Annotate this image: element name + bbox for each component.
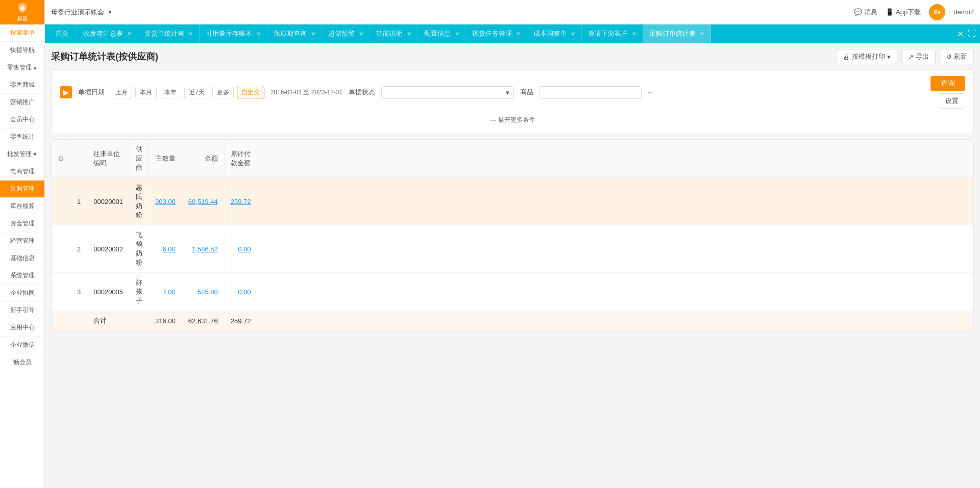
topbar: 母婴行业演示账套 ▾ 💬 消息 📱 App下载 Ea demo2 xyxy=(45,0,980,24)
sidebar-item-finance[interactable]: 资金管理 xyxy=(0,215,44,233)
col-settings[interactable]: ⚙ xyxy=(52,140,71,178)
sidebar-item-wholesale-mgmt[interactable]: 批发管理 ▼ xyxy=(0,146,44,163)
date-quick-last-month[interactable]: 上月 xyxy=(111,87,132,98)
tab-close-expiry-query[interactable]: ✕ xyxy=(311,31,315,37)
row2-quantity[interactable]: 6.00 xyxy=(149,225,182,273)
row2-supplier: 飞鹤奶粉 xyxy=(130,225,149,273)
sidebar-item-ecommerce[interactable]: 电商管理 xyxy=(0,163,44,181)
footer-label: 合计 xyxy=(87,311,149,331)
tab-expiry-query[interactable]: 保质期查询 ✕ xyxy=(267,24,322,43)
goods-more-btn[interactable]: ··· xyxy=(648,89,653,96)
row1-paid-amount[interactable]: 259.72 xyxy=(224,178,257,225)
chevron-down-icon-2: ▼ xyxy=(33,151,38,157)
refresh-button[interactable]: ↺ 刷新 xyxy=(940,49,974,64)
sidebar-item-sys-mgmt[interactable]: 系统管理 xyxy=(0,267,44,285)
tab-close-receive-summary[interactable]: ✕ xyxy=(127,31,132,37)
app-download-btn[interactable]: 📱 App下载 xyxy=(886,8,921,17)
sidebar-item-retail-mgmt[interactable]: 零售管理 ▲ xyxy=(0,59,44,76)
maximize-icon[interactable]: ⛶ xyxy=(968,29,976,38)
col-supplier: 供应商 xyxy=(130,140,149,178)
tab-overstock-alert[interactable]: 超储预警 ✕ xyxy=(322,24,370,43)
message-btn[interactable]: 💬 消息 xyxy=(854,8,877,17)
close-all-tabs-icon[interactable]: ✕ xyxy=(957,29,964,39)
footer-settings-cell xyxy=(52,311,71,331)
tab-order-summary[interactable]: 要货单统计表 ✕ xyxy=(138,24,200,43)
row1-settings-cell xyxy=(52,178,71,225)
tab-close-available-stock[interactable]: ✕ xyxy=(256,31,261,37)
export-button[interactable]: ↗ 导出 xyxy=(901,49,936,64)
tab-close-order-summary[interactable]: ✕ xyxy=(188,31,193,37)
sidebar-item-members[interactable]: 会员中心 xyxy=(0,111,44,129)
date-quick-7days[interactable]: 近7天 xyxy=(184,87,209,98)
goods-filter-input[interactable] xyxy=(540,86,642,99)
date-quick-more[interactable]: 更多 xyxy=(212,87,234,98)
org-dropdown-icon[interactable]: ▾ xyxy=(108,8,112,16)
tab-available-stock[interactable]: 可用量库存账本 ✕ xyxy=(200,24,267,43)
sidebar-search[interactable]: 搜索菜单 xyxy=(0,24,44,42)
sidebar-item-quick-nav[interactable]: 快捷导航 xyxy=(0,42,44,59)
filter-toggle-button[interactable]: ▶ xyxy=(60,86,72,98)
row3-amount[interactable]: 525.80 xyxy=(182,273,224,311)
chevron-down-icon: ▲ xyxy=(33,65,38,70)
sidebar-item-retail-store[interactable]: 零售商城 xyxy=(0,76,44,94)
row3-unit-code: 00020005 xyxy=(87,273,130,311)
tab-picking-task[interactable]: 拣货任务管理 ✕ xyxy=(466,24,527,43)
tab-receive-summary[interactable]: 收发存汇总表 ✕ xyxy=(77,24,138,43)
tab-cost-adjust[interactable]: 成本调整单 ✕ xyxy=(527,24,582,43)
user-avatar[interactable]: Ea xyxy=(929,4,945,20)
sidebar-item-ops[interactable]: 经营管理 xyxy=(0,233,44,250)
date-custom-badge[interactable]: 自定义 xyxy=(237,87,264,98)
sidebar-item-retail-stats[interactable]: 零售统计 xyxy=(0,129,44,146)
sidebar-item-purchase-mgmt[interactable]: 采购管理 xyxy=(0,181,44,198)
tab-function-desc[interactable]: 功能说明 ✕ xyxy=(370,24,418,43)
query-button[interactable]: 查询 xyxy=(930,76,965,91)
row1-quantity[interactable]: 303.00 xyxy=(149,178,182,225)
sidebar-item-app-center[interactable]: 应用中心 xyxy=(0,319,44,337)
col-paid-amount: 累计付款金额 xyxy=(224,140,257,178)
tab-invite-downstream[interactable]: 邀请下游客户 ✕ xyxy=(582,24,643,43)
tab-close-cost-adjust[interactable]: ✕ xyxy=(571,31,575,37)
row3-paid-amount[interactable]: 0.00 xyxy=(224,273,257,311)
template-print-dropdown-icon: ▾ xyxy=(887,53,891,61)
sidebar-item-marketing[interactable]: 营销推广 xyxy=(0,94,44,111)
tab-close-function-desc[interactable]: ✕ xyxy=(407,31,411,37)
sidebar-item-basic-info[interactable]: 基础信息 xyxy=(0,250,44,267)
data-table-container: ⚙ 往来单位编码 供应商 主数量 金额 累计付款金额 1 xyxy=(51,139,974,331)
tab-close-purchase-summary[interactable]: ✕ xyxy=(700,31,704,37)
filter-panel: ▶ 单据日期 上月 本月 本年 近7天 更多 自定义 2016-01-01 至 … xyxy=(51,69,974,134)
tab-close-picking-task[interactable]: ✕ xyxy=(516,31,521,37)
row1-unit-code: 00020001 xyxy=(87,178,130,225)
user-name: demo2 xyxy=(953,8,974,16)
sidebar-item-enterprise-wechat[interactable]: 企业微信 xyxy=(0,337,44,354)
sidebar-item-new-guide[interactable]: 新手引导 xyxy=(0,302,44,319)
tab-config-info[interactable]: 配置信息 ✕ xyxy=(418,24,466,43)
tab-close-config-info[interactable]: ✕ xyxy=(455,31,459,37)
row1-index: 1 xyxy=(71,178,87,225)
status-filter-label: 单据状态 xyxy=(349,88,375,97)
sidebar-item-member-club[interactable]: 畅会员 xyxy=(0,354,44,371)
table-row: 1 00020001 惠氏奶粉 303.00 60,519.44 259.72 xyxy=(52,178,973,225)
tab-close-overstock-alert[interactable]: ✕ xyxy=(359,31,363,37)
row2-index: 2 xyxy=(71,225,87,273)
sidebar-item-stock-check[interactable]: 库存核算 xyxy=(0,198,44,215)
row1-supplier: 惠氏奶粉 xyxy=(130,178,149,225)
date-quick-this-year[interactable]: 本年 xyxy=(160,87,181,98)
page-content: 采购订单统计表(按供应商) 🖨 按模板打印 ▾ ↗ 导出 ↺ 刷新 xyxy=(45,43,980,488)
tab-home[interactable]: 首页 xyxy=(47,24,77,43)
template-print-button[interactable]: 🖨 按模板打印 ▾ xyxy=(837,49,897,64)
logo-svg xyxy=(14,2,31,14)
col-amount: 金额 xyxy=(182,140,224,178)
date-quick-this-month[interactable]: 本月 xyxy=(135,87,157,98)
row2-amount[interactable]: 1,586.52 xyxy=(182,225,224,273)
expand-more-btn[interactable]: ⋯ 展开更多条件 xyxy=(60,113,965,127)
tab-close-invite-downstream[interactable]: ✕ xyxy=(632,31,636,37)
row3-quantity[interactable]: 7.00 xyxy=(149,273,182,311)
row2-paid-amount[interactable]: 0.00 xyxy=(224,225,257,273)
status-select[interactable]: ▾ xyxy=(381,86,514,99)
sidebar-item-enterprise-collab[interactable]: 企业协同 xyxy=(0,285,44,302)
tab-purchase-summary[interactable]: 采购订单统计表 ✕ xyxy=(643,24,711,43)
col-index xyxy=(71,140,87,178)
row1-amount[interactable]: 60,519.44 xyxy=(182,178,224,225)
settings-button[interactable]: 设置 xyxy=(939,93,965,109)
col-quantity: 主数量 xyxy=(149,140,182,178)
